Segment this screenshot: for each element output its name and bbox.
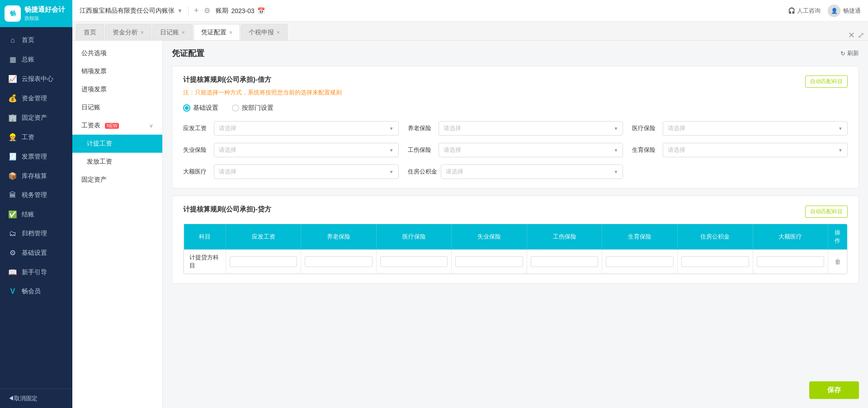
tab-home[interactable]: 首页 [76,24,104,40]
tab-close-icon[interactable]: × [182,29,185,36]
field-select-medical[interactable]: 请选择 ▼ [663,121,848,136]
settings-gear-icon[interactable]: ⚙ [204,6,210,15]
user-menu[interactable]: 👤 畅捷通 [828,5,861,17]
sidebar-item-label: 云报表中心 [22,75,53,83]
sidebar-item-reports[interactable]: 📈 云报表中心 [0,69,72,89]
field-select-unemployment[interactable]: 请选择 ▼ [214,143,399,157]
placeholder-pension: 请选择 [443,124,461,132]
field-medical: 医疗保险 请选择 ▼ [632,121,848,136]
menu-item-public[interactable]: 公共选项 [72,44,162,62]
field-select-base-salary[interactable]: 请选择 ▼ [214,121,399,136]
sidebar-item-inventory[interactable]: 📦 库存核算 [0,166,72,186]
tab-close-icon[interactable]: × [229,29,232,36]
auto-match-credit-button[interactable]: 自动匹配科目 [805,206,848,218]
headset-icon: 🎧 [788,7,795,14]
sidebar-item-member[interactable]: V 畅会员 [0,282,72,301]
row-medical-input[interactable] [380,256,448,267]
auto-match-debit-button[interactable]: 自动匹配科目 [805,75,848,88]
save-button[interactable]: 保存 [809,381,859,399]
sidebar-item-settings[interactable]: ⚙ 基础设置 [0,243,72,263]
dropdown-arrow-icon: ▼ [177,8,183,14]
inventory-icon: 📦 [8,172,17,180]
th-maternity: 生育保险 [602,224,678,250]
row-pension-input[interactable] [305,256,373,267]
company-name: 江西服宝精品有限责任公司内账张 [80,7,175,15]
select-arrow-icon: ▼ [838,126,843,131]
sidebar-item-invoice[interactable]: 🧾 发票管理 [0,147,72,166]
sidebar-item-salary[interactable]: 👷 工资 [0,127,72,147]
reports-icon: 📈 [8,75,17,83]
sidebar-item-assets[interactable]: 🏢 固定资产 [0,108,72,127]
row-work-injury-cell [527,250,602,274]
tab-label: 首页 [84,28,96,37]
placeholder-large-medical: 请选择 [219,168,236,176]
menu-item-payroll-pay[interactable]: 发放工资 [72,153,162,171]
sidebar-item-home[interactable]: ⌂ 首页 [0,31,72,50]
radio-basic[interactable]: 基础设置 [183,104,218,112]
sidebar-item-label: 资金管理 [22,94,47,103]
radio-department[interactable]: 按部门设置 [232,104,274,112]
add-button[interactable]: + [194,6,199,15]
sidebar-item-archive[interactable]: 🗂 归档管理 [0,224,72,243]
archive-icon: 🗂 [8,230,17,238]
tab-voucher-config[interactable]: 凭证配置 × [193,24,240,40]
close-all-icon[interactable]: ✕ [848,30,855,40]
sidebar-item-label: 总账 [22,56,34,64]
left-menu: 公共选项 销项发票 进项发票 日记账 工资表 NEW ∨ 计提工资 发放工资 固… [72,41,163,408]
debit-fields: 应发工资 请选择 ▼ 养老保险 请选择 ▼ 医疗 [183,121,848,179]
assets-icon: 🏢 [8,113,17,122]
service-button[interactable]: 🎧 人工咨询 [788,7,821,15]
company-selector[interactable]: 江西服宝精品有限责任公司内账张 ▼ [80,7,183,15]
sidebar-item-label: 归档管理 [22,230,47,238]
save-button-wrap: 保存 [809,381,859,399]
placeholder-work-injury: 请选择 [443,146,461,154]
row-subject-label: 计提贷方科目 [184,250,226,274]
tab-tax[interactable]: 个税申报 × [241,24,288,40]
sidebar-item-guide[interactable]: 📖 新手引导 [0,263,72,282]
th-medical: 医疗保险 [376,224,452,250]
menu-item-journal[interactable]: 日记账 [72,98,162,117]
delete-row-icon[interactable]: 🗑 [835,258,841,265]
period-selector[interactable]: 账期 2023-03 📅 [216,7,264,15]
field-select-maternity[interactable]: 请选择 ▼ [663,143,848,157]
sidebar-item-ledger[interactable]: ▦ 总账 [0,50,72,69]
menu-item-payroll-table[interactable]: 工资表 NEW ∨ [72,117,162,135]
row-base-salary-input[interactable] [230,256,297,267]
tab-journal[interactable]: 日记账 × [152,24,193,40]
row-maternity-input[interactable] [606,256,674,267]
row-housing-fund-input[interactable] [681,256,749,267]
menu-item-payroll-accrue[interactable]: 计提工资 [72,135,162,153]
placeholder-base-salary: 请选择 [219,124,236,132]
tab-funds[interactable]: 资金分析 × [105,24,151,40]
maximize-icon[interactable]: ⤢ [858,30,864,40]
avatar: 👤 [828,5,840,17]
radio-group: 基础设置 按部门设置 [183,104,848,112]
menu-item-purchase[interactable]: 进项发票 [72,80,162,98]
calendar-icon: 📅 [257,7,265,14]
field-select-pension[interactable]: 请选择 ▼ [439,121,623,136]
debit-section-title: 计提核算规则(公司承担)-借方 [183,75,805,84]
cancel-fixed-button[interactable]: ◀取消固定 [0,389,72,408]
row-pension-cell [301,250,377,274]
tab-close-icon[interactable]: × [141,29,144,36]
field-select-large-medical[interactable]: 请选择 ▼ [214,164,399,179]
sidebar-item-tax[interactable]: 🏛 税务管理 [0,186,72,205]
sidebar-item-label: 结账 [22,211,34,219]
menu-item-sales[interactable]: 销项发票 [72,62,162,80]
field-select-housing-fund[interactable]: 请选择 ▼ [441,164,623,179]
tab-close-icon[interactable]: × [277,29,280,36]
sidebar-item-label: 发票管理 [22,153,47,161]
sidebar-item-funds[interactable]: 💰 资金管理 [0,89,72,108]
row-large-medical-cell [753,250,828,274]
topbar-right: 🎧 人工咨询 👤 畅捷通 [788,5,861,17]
select-arrow-icon: ▼ [613,169,618,174]
tab-label: 资金分析 [113,28,138,37]
refresh-button[interactable]: ↻ 刷新 [840,49,859,57]
row-work-injury-input[interactable] [531,256,599,267]
field-select-work-injury[interactable]: 请选择 ▼ [439,143,623,157]
sidebar-item-close[interactable]: ✅ 结账 [0,205,72,224]
row-large-medical-input[interactable] [757,256,825,267]
field-unemployment: 失业保险 请选择 ▼ [183,143,399,157]
menu-item-fixed-assets[interactable]: 固定资产 [72,171,162,189]
row-unemployment-input[interactable] [455,256,523,267]
